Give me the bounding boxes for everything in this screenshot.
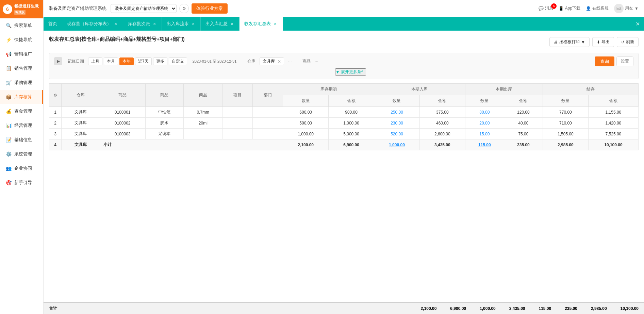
close-icon[interactable]: ✕	[113, 21, 118, 26]
sidebar-item-label: 销售管理	[14, 65, 32, 71]
date-btn-this-month[interactable]: 本月	[104, 57, 118, 65]
print-button[interactable]: 🖨 按模板打印 ▼	[549, 37, 590, 47]
gear-icon: ⚙️	[5, 151, 12, 157]
date-btn-7days[interactable]: 近7天	[135, 57, 152, 65]
online-service-label: 在线客服	[592, 5, 609, 11]
sidebar-item-finance[interactable]: 💰 资金管理	[0, 104, 43, 118]
subtotal-opening-amt: 6,900.00	[329, 139, 374, 150]
row-opening-qty: 600.00	[283, 107, 329, 118]
sidebar-item-guide[interactable]: 🎯 新手引导	[0, 176, 43, 190]
sidebar-item-marketing[interactable]: 📢 营销推广	[0, 47, 43, 61]
row-index: 1	[49, 107, 62, 118]
goods-name-col-header: 商品	[145, 84, 184, 107]
sidebar-logo: 6 畅捷通好生意 标准版	[0, 0, 43, 18]
tab-inout-summary[interactable]: 出入库汇总 ✕	[201, 17, 240, 31]
sidebar-item-basic-info[interactable]: 📝 基础信息	[0, 133, 43, 147]
row-out-qty[interactable]: 15.00	[465, 129, 504, 139]
row-goods-spec: 0.7mm	[184, 107, 222, 118]
data-table-wrapper: ⚙ 仓库 商品 商品 商品 项目 部门 库存期初 本期入库 本期出库 结存	[49, 83, 639, 150]
row-out-qty[interactable]: 20.00	[465, 118, 504, 129]
row-in-qty[interactable]: 230.00	[374, 118, 420, 129]
topbar: 装备及固定资产辅助管理系统 装备及固定资产辅助管理系统 ⚙ 体验行业方案 💬 6…	[44, 0, 644, 17]
date-btn-this-year[interactable]: 本年	[119, 57, 134, 65]
sidebar-item-label: 库存核算	[14, 94, 32, 100]
app-download-button[interactable]: 📱 App下载	[559, 5, 580, 11]
sidebar-item-search[interactable]: 🔍 搜索菜单	[0, 18, 43, 33]
sidebar-item-quicknav[interactable]: ⚡ 快捷导航	[0, 33, 43, 47]
query-button[interactable]: 查询	[595, 56, 614, 66]
warehouse-col-header: 仓库	[62, 84, 100, 107]
date-btn-custom[interactable]: 自定义	[169, 57, 187, 65]
sidebar-item-label: 基础信息	[14, 137, 32, 143]
row-opening-qty: 1,000.00	[283, 129, 329, 139]
total-in-qty: 1,000.00	[480, 306, 496, 311]
row-balance-amt: 1,155.00	[588, 107, 638, 118]
sidebar-item-label: 企业协同	[14, 165, 32, 171]
row-out-qty[interactable]: 80.00	[465, 107, 504, 118]
date-btn-more[interactable]: 更多	[153, 57, 167, 65]
close-all-tabs-button[interactable]: ✕	[635, 21, 644, 27]
info-icon: 📝	[5, 137, 12, 143]
period-out-header: 本期出库	[465, 84, 543, 95]
system-selector[interactable]: 装备及固定资产辅助管理系统	[111, 4, 177, 13]
trial-button[interactable]: 体验行业方案	[192, 3, 228, 14]
subtotal-label: 小计	[100, 139, 283, 150]
expand-icon: ▼	[336, 70, 340, 75]
subtotal-out-amt: 235.00	[504, 139, 543, 150]
row-out-amt: 75.00	[504, 129, 543, 139]
tab-home[interactable]: 首页	[44, 17, 62, 31]
sidebar-item-sales[interactable]: 📋 销售管理	[0, 61, 43, 76]
filter-toggle-button[interactable]: ▶	[54, 57, 62, 65]
row-project	[222, 107, 253, 118]
search-icon: 🔍	[5, 22, 12, 29]
refresh-button[interactable]: ↺ 刷新	[617, 37, 639, 47]
close-icon[interactable]: ✕	[152, 21, 157, 26]
warehouse-more-options[interactable]: ···	[288, 59, 292, 64]
sidebar-item-system[interactable]: ⚙️ 系统管理	[0, 147, 43, 161]
goods-spec-col-header: 商品	[184, 84, 222, 107]
subtotal-opening-qty: 2,100.00	[283, 139, 329, 150]
column-settings-icon[interactable]: ⚙	[53, 93, 57, 98]
app-download-label: App下载	[565, 5, 580, 11]
goods-more-options[interactable]: ···	[315, 59, 318, 64]
dropdown-icon: ▼	[581, 40, 585, 45]
close-icon[interactable]: ✕	[273, 21, 278, 26]
date-btn-last-month[interactable]: 上月	[88, 57, 102, 65]
row-in-qty[interactable]: 520.00	[374, 129, 420, 139]
expand-filter-button[interactable]: ▼ 展开更多条件	[335, 68, 366, 76]
tab-stock-dist[interactable]: 现存量（库存分布表） ✕	[62, 17, 123, 31]
tab-label: 现存量（库存分布表）	[67, 21, 111, 27]
row-in-amt: 460.00	[419, 118, 465, 129]
sidebar-item-label: 采购管理	[14, 80, 32, 86]
message-button[interactable]: 💬 6 消息	[539, 5, 553, 11]
row-balance-qty: 710.00	[543, 118, 588, 129]
close-icon[interactable]: ✕	[191, 21, 196, 26]
row-goods-name: 胶水	[145, 118, 184, 129]
tab-receipt-summary[interactable]: 收发存汇总表 ✕	[240, 17, 283, 31]
tab-batch[interactable]: 库存批次账 ✕	[123, 17, 162, 31]
tab-inout-flow[interactable]: 出入库流水 ✕	[162, 17, 201, 31]
megaphone-icon: 📢	[5, 51, 12, 57]
notification-badge: 6	[551, 3, 557, 9]
sidebar-item-collab[interactable]: 👥 企业协同	[0, 161, 43, 176]
sidebar-item-purchase[interactable]: 🛒 采购管理	[0, 76, 43, 90]
sidebar-item-operations[interactable]: 📊 经营管理	[0, 118, 43, 133]
online-service-button[interactable]: 👤 在线客服	[586, 5, 609, 11]
sidebar-item-inventory[interactable]: 📦 库存核算	[0, 90, 43, 104]
warehouse-tag-remove-button[interactable]: ✕	[278, 59, 281, 64]
clipboard-icon: 📋	[5, 65, 12, 71]
export-button[interactable]: ⬇ 导出	[592, 37, 614, 47]
close-icon[interactable]: ✕	[230, 21, 234, 26]
sidebar-item-label: 新手引导	[14, 180, 32, 186]
user-menu[interactable]: Ea 用友 ▼	[614, 4, 639, 13]
row-warehouse: 文具库	[62, 118, 100, 129]
sidebar-item-label: 资金管理	[14, 108, 32, 114]
subtotal-out-qty[interactable]: 115.00	[465, 139, 504, 150]
subtotal-in-qty[interactable]: 1,000.00	[374, 139, 420, 150]
tab-label: 收发存汇总表	[244, 21, 271, 27]
page-title: 收发存汇总表(按仓库+商品编码+商品+规格型号+项目+部门)	[49, 36, 185, 43]
table-settings-button[interactable]: 设置	[616, 56, 633, 66]
settings-gear-icon[interactable]: ⚙	[179, 4, 189, 13]
goods-filter-label: 商品	[302, 59, 311, 64]
row-in-qty[interactable]: 250.00	[374, 107, 420, 118]
